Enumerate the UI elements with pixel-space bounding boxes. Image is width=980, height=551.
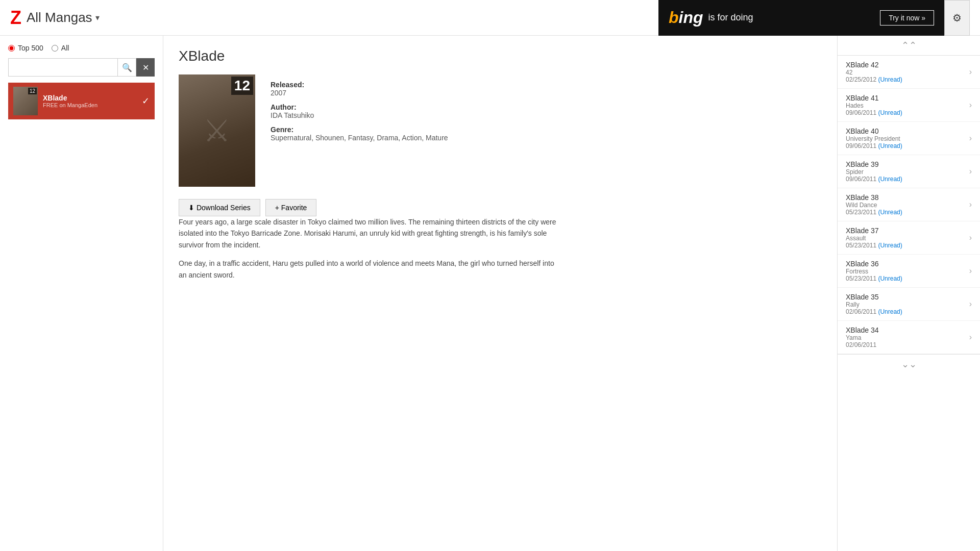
released-value: 2007 <box>271 89 822 97</box>
manga-detail: ⚔ 12 Released: 2007 Author: IDA Tatsuhik… <box>179 74 822 187</box>
chapter-date: 09/06/2011 <box>846 109 878 116</box>
result-subtitle: FREE on MangaEden <box>43 102 142 108</box>
chapter-date-row: 09/06/2011 (Unread) <box>846 142 964 149</box>
filter-all-label: All <box>61 44 69 52</box>
unread-link[interactable]: (Unread) <box>878 176 902 183</box>
genre-value: Supernatural, Shounen, Fantasy, Drama, A… <box>271 134 822 142</box>
chapter-arrow-icon: › <box>969 67 972 77</box>
filter-all-radio[interactable] <box>52 45 58 52</box>
scroll-up-icon[interactable]: ⌃⌃ <box>901 40 917 51</box>
chapter-subtitle: University President <box>846 135 964 142</box>
chapter-name: XBlade 37 <box>846 227 964 235</box>
description-paragraph-2: One day, in a traffic accident, Haru get… <box>179 258 561 281</box>
chapter-subtitle: Spider <box>846 168 964 176</box>
clear-button[interactable]: ✕ <box>136 58 155 77</box>
unread-link[interactable]: (Unread) <box>878 209 902 216</box>
chapter-info: XBlade 37Assault05/23/2011 (Unread) <box>846 227 964 249</box>
chapter-info: XBlade 36Fortress05/23/2011 (Unread) <box>846 260 964 282</box>
chapter-date: 09/06/2011 <box>846 142 878 149</box>
chapter-name: XBlade 41 <box>846 94 964 102</box>
chapter-info: XBlade 35Rally02/06/2011 (Unread) <box>846 293 964 315</box>
chapter-arrow-icon: › <box>969 167 972 176</box>
search-icon: 🔍 <box>122 63 132 72</box>
search-button[interactable]: 🔍 <box>118 58 136 77</box>
chapter-date-row: 09/06/2011 (Unread) <box>846 109 964 116</box>
chapter-arrow-icon: › <box>969 200 972 209</box>
chapter-arrow-icon: › <box>969 333 972 342</box>
chapter-arrow-icon: › <box>969 134 972 143</box>
filter-top500[interactable]: Top 500 <box>8 44 43 52</box>
chapter-subtitle: Wild Dance <box>846 202 964 209</box>
chapter-name: XBlade 42 <box>846 61 964 69</box>
unread-link[interactable]: (Unread) <box>878 142 902 149</box>
chapter-arrow-icon: › <box>969 266 972 276</box>
chapter-info: XBlade 424202/25/2012 (Unread) <box>846 61 964 83</box>
chapter-item[interactable]: XBlade 41Hades09/06/2011 (Unread)› <box>838 89 980 122</box>
main-layout: Top 500 All xblade 🔍 ✕ 12 XBlade <box>0 36 980 551</box>
chapter-date-row: 02/25/2012 (Unread) <box>846 76 964 83</box>
bing-try-button[interactable]: Try it now » <box>880 10 934 26</box>
chapter-subtitle: Rally <box>846 301 964 308</box>
app-title: All Mangas <box>27 10 92 26</box>
chapter-info: XBlade 41Hades09/06/2011 (Unread) <box>846 94 964 116</box>
chapter-item[interactable]: XBlade 424202/25/2012 (Unread)› <box>838 56 980 89</box>
dropdown-arrow-icon[interactable]: ▾ <box>95 13 100 22</box>
author-label: Author: <box>271 103 822 111</box>
app-logo: Z <box>10 7 21 29</box>
chapter-scroll-top: ⌃⌃ <box>838 36 980 56</box>
unread-link[interactable]: (Unread) <box>878 308 902 315</box>
chapter-item[interactable]: XBlade 40University President09/06/2011 … <box>838 122 980 155</box>
favorite-button[interactable]: + Favorite <box>265 199 317 216</box>
filter-all[interactable]: All <box>52 44 69 52</box>
released-label: Released: <box>271 81 822 89</box>
chapter-info: XBlade 40University President09/06/2011 … <box>846 127 964 149</box>
unread-link[interactable]: (Unread) <box>878 242 902 249</box>
search-input[interactable]: xblade <box>8 58 118 77</box>
genre-label: Genre: <box>271 126 822 134</box>
chapter-scroll-bottom: ⌄⌄ <box>838 354 980 374</box>
chapter-item[interactable]: XBlade 39Spider09/06/2011 (Unread)› <box>838 155 980 188</box>
bing-tagline: is for doing <box>708 12 753 23</box>
search-result-item[interactable]: 12 XBlade FREE on MangaEden ✓ <box>8 83 155 119</box>
chapter-item[interactable]: XBlade 38Wild Dance05/23/2011 (Unread)› <box>838 188 980 221</box>
download-series-button[interactable]: ⬇ Download Series <box>179 199 260 216</box>
unread-link[interactable]: (Unread) <box>878 76 902 83</box>
chapter-arrow-icon: › <box>969 299 972 309</box>
unread-link[interactable]: (Unread) <box>878 275 902 282</box>
manga-cover-number: 12 <box>231 77 253 95</box>
chapter-date: 02/25/2012 <box>846 76 878 83</box>
chapter-item[interactable]: XBlade 36Fortress05/23/2011 (Unread)› <box>838 255 980 288</box>
settings-icon: ⚙ <box>952 12 962 24</box>
result-title: XBlade <box>43 94 142 102</box>
unread-link[interactable]: (Unread) <box>878 109 902 116</box>
chapter-info: XBlade 39Spider09/06/2011 (Unread) <box>846 160 964 183</box>
settings-button[interactable]: ⚙ <box>944 0 970 36</box>
chapter-date: 05/23/2011 <box>846 275 878 282</box>
chapter-subtitle: Yama <box>846 334 964 341</box>
chapter-date-row: 02/06/2011 (Unread) <box>846 308 964 315</box>
filter-row: Top 500 All <box>8 44 155 52</box>
filter-top500-label: Top 500 <box>18 44 43 52</box>
chapter-name: XBlade 36 <box>846 260 964 268</box>
result-thumb-number: 12 <box>28 88 37 94</box>
chapter-date-row: 02/06/2011 <box>846 341 964 348</box>
chapter-list: XBlade 424202/25/2012 (Unread)›XBlade 41… <box>838 56 980 354</box>
chapter-item[interactable]: XBlade 34Yama02/06/2011› <box>838 321 980 354</box>
chapter-info: XBlade 34Yama02/06/2011 <box>846 326 964 348</box>
chapter-date: 09/06/2011 <box>846 176 878 183</box>
chapter-item[interactable]: XBlade 35Rally02/06/2011 (Unread)› <box>838 288 980 321</box>
manga-meta: Released: 2007 Author: IDA Tatsuhiko Gen… <box>271 74 822 187</box>
header: Z All Mangas ▾ bing is for doing Try it … <box>0 0 980 36</box>
author-value: IDA Tatsuhiko <box>271 111 822 119</box>
clear-icon: ✕ <box>142 63 149 72</box>
scroll-down-icon[interactable]: ⌄⌄ <box>901 359 917 370</box>
chapter-subtitle: Fortress <box>846 268 964 275</box>
sidebar: Top 500 All xblade 🔍 ✕ 12 XBlade <box>0 36 163 551</box>
chapter-item[interactable]: XBlade 37Assault05/23/2011 (Unread)› <box>838 221 980 255</box>
chapter-date-row: 05/23/2011 (Unread) <box>846 242 964 249</box>
filter-top500-radio[interactable] <box>8 45 15 52</box>
chapter-date: 05/23/2011 <box>846 209 878 216</box>
chapter-name: XBlade 39 <box>846 160 964 168</box>
chapter-arrow-icon: › <box>969 101 972 110</box>
chapter-date: 02/06/2011 <box>846 308 878 315</box>
